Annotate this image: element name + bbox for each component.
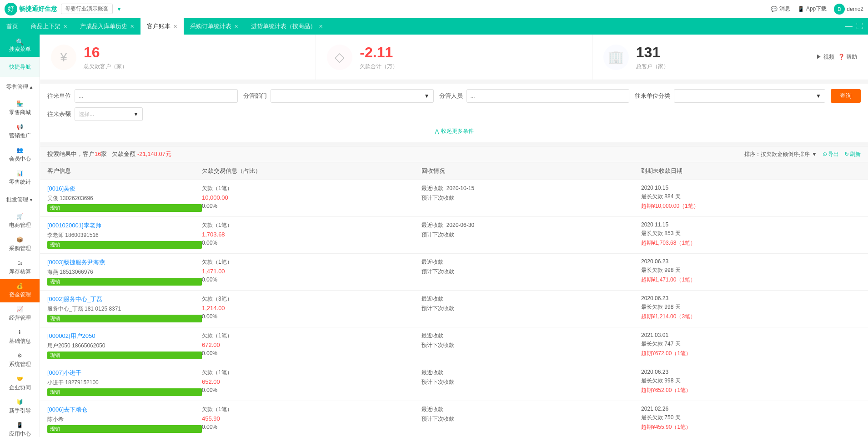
export-icon: ⊙	[823, 151, 827, 157]
main-layout: 🔍 搜索菜单 快捷导航 零售管理 ▲ 🏪 零售商城 📢 营销推广 👥 会员中心 …	[0, 35, 868, 437]
logo-text: 畅捷通好生意	[19, 5, 57, 13]
customer-name-2[interactable]: [0003]畅捷服务尹海燕	[47, 258, 202, 266]
tab-maximize-icon[interactable]: ⛶	[856, 22, 863, 30]
help-btn[interactable]: ❓ 帮助	[838, 53, 857, 61]
user-menu[interactable]: D demo2	[834, 4, 863, 15]
sidebar-item-retail-store[interactable]: 🏪 零售商城	[0, 97, 40, 120]
inventory-icon: 🗂	[17, 260, 23, 266]
chevron-category: ▼	[816, 93, 821, 99]
tab-close-inbound[interactable]: ✕	[319, 24, 323, 30]
marketing-icon: 📢	[16, 124, 23, 130]
customer-name-4[interactable]: [000002]用户2050	[47, 332, 202, 340]
filter-category: 往来单位分类 ▼	[635, 89, 825, 103]
filter-category-select[interactable]: ▼	[674, 89, 825, 103]
customer-name-3[interactable]: [0002]服务中心_丁磊	[47, 295, 202, 303]
customer-name-5[interactable]: [0007]小进干	[47, 369, 202, 377]
sidebar-item-operation[interactable]: 📈 经营管理	[0, 302, 40, 326]
customer-name-6[interactable]: [0006]去下粮仓	[47, 406, 202, 414]
stat-card-debt-amount: ◇ -2.11 欠款合计（万）	[316, 35, 592, 80]
tab-inbound-stats[interactable]: 进货单统计表（按商品） ✕	[245, 18, 329, 35]
sidebar-item-marketing[interactable]: 📢 营销推广	[0, 120, 40, 143]
tab-home[interactable]: 首页	[0, 18, 25, 35]
message-btn[interactable]: 💬 消息	[771, 5, 790, 13]
sidebar-search[interactable]: 🔍 搜索菜单	[0, 35, 40, 57]
store-dropdown-icon[interactable]: ▼	[116, 6, 122, 12]
tab-close-products[interactable]: ✕	[63, 24, 67, 30]
stats-icon: 📊	[16, 170, 23, 176]
tab-bar: 首页 商品上下架 ✕ 产成品入库单历史 ✕ 客户账本 ✕ 采购订单统计表 ✕ 进…	[0, 18, 868, 35]
sidebar-item-retail-mgmt[interactable]: 零售管理 ▲	[0, 77, 40, 97]
tab-actions: — ⛶	[841, 22, 868, 30]
sidebar-item-system[interactable]: ⚙ 系统管理	[0, 349, 40, 372]
table-row: [000002]用户2050 用户2050 18665062050 现销 欠款（…	[40, 327, 868, 364]
customer-name-1[interactable]: [0001020001]李老师	[47, 221, 202, 230]
header-customer: 客户信息	[47, 167, 202, 175]
top-bar: 好 畅捷通好生意 母婴行业演示账套 ▼ 💬 消息 📱 App下载 D demo2	[0, 0, 868, 18]
results-actions: 排序：按欠款金额倒序排序 ▼ ⊙ 导出 ↻ 刷新	[744, 151, 861, 158]
table-row: [0006]去下粮仓 陈小希 现销 欠款（1笔） 455.90 0.00% 最近…	[40, 401, 868, 437]
filter-manager: 分管人员 ...	[439, 89, 630, 103]
stat-label-total: 总客户（家）	[636, 63, 669, 70]
sidebar-item-quick-nav[interactable]: 快捷导航	[0, 57, 40, 77]
finance-icon: 💰	[16, 283, 23, 289]
sidebar-item-inventory[interactable]: 🗂 库存核算	[0, 256, 40, 279]
chevron-down-icon: ▲	[29, 85, 34, 90]
header-overdue: 到期未收款日期	[641, 167, 861, 175]
sort-select[interactable]: 排序：按欠款金额倒序排序 ▼	[744, 151, 817, 158]
data-table: 客户信息 欠款交易信息（占比） 回收情况 到期未收款日期 [0016]吴俊 吴俊…	[40, 162, 868, 437]
filter-dept-select[interactable]: ▼	[271, 89, 434, 103]
purchase-icon: 📦	[16, 236, 23, 243]
search-button[interactable]: 查询	[831, 89, 861, 103]
sidebar-item-member-center[interactable]: 👥 会员中心	[0, 143, 40, 166]
sidebar-item-guide[interactable]: 🔰 新手引导	[0, 395, 40, 418]
video-btn[interactable]: ▶ 视频	[816, 53, 834, 61]
stat-number-debt-customers: 16	[84, 44, 127, 61]
customer-name-0[interactable]: [0016]吴俊	[47, 185, 202, 193]
top-bar-right: 💬 消息 📱 App下载 D demo2	[771, 4, 863, 15]
tab-minimize-icon[interactable]: —	[845, 22, 853, 30]
debt-info-0: 欠款（1笔） 10,000.00 0.00%	[202, 185, 421, 209]
sidebar-item-app-center[interactable]: 📱 应用中心	[0, 418, 40, 437]
filter-manager-input[interactable]: ...	[467, 89, 630, 103]
collapse-btn[interactable]: ⋀ 收起更多条件	[435, 127, 474, 135]
stats-row: ¥ 16 总欠款客户（家） ◇ -2.11 欠款合计（万） 🏢 131 总客户（…	[40, 35, 868, 80]
info-icon: ℹ	[19, 329, 21, 336]
tab-close-purchase[interactable]: ✕	[234, 24, 238, 30]
stat-icon-yuan: ¥	[51, 45, 76, 70]
sidebar-item-purchase[interactable]: 📦 采购管理	[0, 233, 40, 256]
app-download-btn[interactable]: 📱 App下载	[798, 5, 827, 13]
tab-production[interactable]: 产成品入库单历史 ✕	[74, 18, 140, 35]
export-btn[interactable]: ⊙ 导出	[823, 151, 839, 158]
content-area: ¥ 16 总欠款客户（家） ◇ -2.11 欠款合计（万） 🏢 131 总客户（…	[40, 35, 868, 437]
filter-dept: 分管部门 ▼	[243, 89, 434, 103]
app-icon: 📱	[16, 422, 23, 428]
top-bar-left: 好 畅捷通好生意 母婴行业演示账套 ▼	[5, 3, 122, 15]
sidebar-item-basic-info[interactable]: ℹ 基础信息	[0, 326, 40, 349]
avatar: D	[834, 4, 845, 15]
sidebar-item-wholesale-mgmt[interactable]: 批发管理 ▼	[0, 190, 40, 210]
stat-number-total: 131	[636, 44, 669, 61]
filter-balance-select[interactable]: 选择... ▼	[75, 107, 143, 121]
stat-label-debt-amount: 欠款合计（万）	[360, 63, 398, 70]
tab-close-customer[interactable]: ✕	[173, 24, 177, 30]
store-name[interactable]: 母婴行业演示账套	[61, 4, 113, 14]
overdue-info-0: 2020.10.15 最长欠款 884 天 超期¥10,000.00（1笔）	[641, 185, 861, 210]
guide-icon: 🔰	[16, 399, 23, 405]
sidebar-item-enterprise[interactable]: 🤝 企业协同	[0, 372, 40, 395]
filter-unit-input[interactable]: ...	[75, 89, 238, 103]
table-row: [0007]小进干 小进干 18279152100 现销 欠款（1笔） 652.…	[40, 364, 868, 401]
tab-customer-account[interactable]: 客户账本 ✕	[140, 18, 184, 35]
refresh-btn[interactable]: ↻ 刷新	[844, 151, 861, 158]
debt-amount-0[interactable]: 10,000.00	[202, 194, 421, 201]
table-row: [0003]畅捷服务尹海燕 海燕 18513066976 现销 欠款（1笔） 1…	[40, 254, 868, 291]
sidebar-item-ecommerce[interactable]: 🛒 电商管理	[0, 210, 40, 233]
tab-purchase-order[interactable]: 采购订单统计表 ✕	[184, 18, 245, 35]
stat-icon-diamond: ◇	[327, 45, 352, 70]
overdue-amount-0[interactable]: 超期¥10,000.00（1笔）	[641, 202, 861, 210]
tab-products[interactable]: 商品上下架 ✕	[25, 18, 74, 35]
sidebar-item-finance[interactable]: 💰 资金管理	[0, 279, 40, 302]
sidebar-item-retail-stats[interactable]: 📊 零售统计	[0, 166, 40, 190]
tab-close-production[interactable]: ✕	[130, 24, 134, 30]
member-icon: 👥	[16, 147, 23, 153]
sidebar: 🔍 搜索菜单 快捷导航 零售管理 ▲ 🏪 零售商城 📢 营销推广 👥 会员中心 …	[0, 35, 40, 437]
